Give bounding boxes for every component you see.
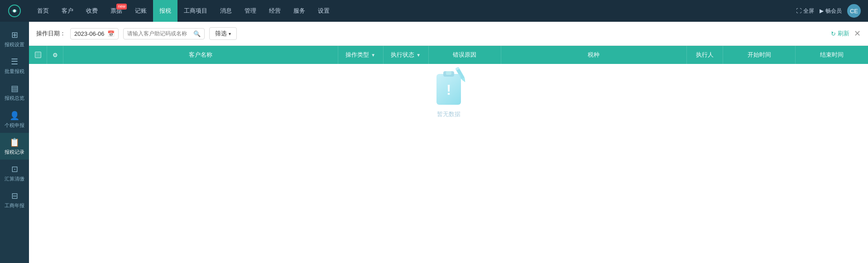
sidebar: ⊞报税设置☰批量报税▤报税总览👤个税申报📋报税记录⊡汇算清缴⊟工商年报 — [0, 22, 29, 263]
th-select-all[interactable] — [29, 46, 47, 64]
th-settings[interactable]: ⚙ — [47, 46, 63, 64]
date-value: 2023-06-06 — [74, 30, 105, 37]
sidebar-label-personal-tax: 个税申报 — [5, 122, 24, 128]
tax-settings-icon: ⊞ — [10, 30, 19, 40]
avatar[interactable]: CE — [847, 4, 861, 18]
sidebar-label-tax-settings: 报税设置 — [5, 42, 24, 48]
empty-svg-illustration: ! — [428, 64, 469, 109]
sidebar-item-personal-tax[interactable]: 👤个税申报 — [0, 106, 29, 133]
th-op-type[interactable]: 操作类型 ▼ — [338, 46, 384, 64]
calendar-icon: 📅 — [107, 30, 115, 37]
select-all-checkbox[interactable] — [35, 52, 41, 58]
app-logo[interactable] — [7, 4, 22, 18]
th-executor: 执行人 — [687, 46, 723, 64]
sidebar-label-annual-report: 工商年报 — [5, 203, 24, 209]
table-container: ⚙ 客户名称 操作类型 ▼ 执行状态 ▼ 错误原因 税种 — [29, 46, 868, 263]
search-input[interactable] — [127, 30, 191, 37]
annual-report-icon: ⊟ — [10, 191, 19, 201]
table-header: ⚙ 客户名称 操作类型 ▼ 执行状态 ▼ 错误原因 税种 — [29, 46, 868, 64]
sidebar-label-tax-overview: 报税总览 — [5, 95, 24, 101]
sidebar-item-tax-settings[interactable]: ⊞报税设置 — [0, 25, 29, 52]
th-executor-label: 执行人 — [696, 51, 714, 59]
play-icon: ▶ — [820, 8, 824, 14]
th-client-name: 客户名称 — [63, 46, 338, 64]
fullscreen-button[interactable]: ⛶ 全屏 — [796, 7, 814, 15]
close-button[interactable]: ✕ — [854, 29, 861, 38]
sidebar-label-tax-record: 报税记录 — [5, 149, 24, 155]
th-status[interactable]: 执行状态 ▼ — [384, 46, 429, 64]
date-picker[interactable]: 2023-06-06 📅 — [70, 28, 119, 39]
chevron-down-icon: ▾ — [229, 31, 231, 36]
tax-record-icon: 📋 — [10, 137, 19, 147]
empty-text: 暂无数据 — [437, 110, 460, 118]
th-client-label: 客户名称 — [189, 51, 212, 59]
nav-item-home[interactable]: 首页 — [31, 0, 55, 22]
th-start-label: 开始时间 — [748, 51, 771, 59]
nav-item-invoice[interactable]: 票据new — [104, 0, 129, 22]
search-box: 🔍 — [123, 28, 205, 39]
toolbar: 操作日期： 2023-06-06 📅 🔍 筛选 ▾ ↻ 刷新 ✕ — [29, 22, 868, 46]
date-label: 操作日期： — [36, 29, 66, 38]
top-navigation: 首页客户收费票据new记账报税工商项目消息管理经营服务设置 ⛶ 全屏 ▶ 畅会员… — [0, 0, 868, 22]
filter-label: 筛选 — [215, 29, 227, 38]
sidebar-label-batch-tax: 批量报税 — [5, 68, 24, 74]
refresh-button[interactable]: ↻ 刷新 — [831, 29, 849, 38]
sidebar-item-tax-record[interactable]: 📋报税记录 — [0, 133, 29, 160]
sort-icon-op-type: ▼ — [371, 53, 375, 58]
batch-tax-icon: ☰ — [10, 57, 19, 67]
empty-illustration: ! — [428, 64, 469, 105]
main-layout: ⊞报税设置☰批量报税▤报税总览👤个税申报📋报税记录⊡汇算清缴⊟工商年报 操作日期… — [0, 22, 868, 263]
svg-text:!: ! — [446, 82, 451, 98]
personal-tax-icon: 👤 — [10, 111, 19, 121]
new-badge: new — [116, 4, 127, 10]
th-error: 错误原因 — [429, 46, 501, 64]
th-op-type-label: 操作类型 — [345, 51, 369, 59]
th-status-label: 执行状态 — [391, 51, 414, 59]
sort-icon-status: ▼ — [416, 53, 421, 58]
refresh-icon: ↻ — [831, 30, 836, 37]
tax-overview-icon: ▤ — [10, 83, 19, 93]
svg-point-1 — [13, 10, 16, 12]
th-start-time: 开始时间 — [723, 46, 796, 64]
nav-item-biz[interactable]: 工商项目 — [177, 0, 214, 22]
search-icon: 🔍 — [193, 30, 201, 37]
nav-item-fee[interactable]: 收费 — [80, 0, 104, 22]
nav-item-operation[interactable]: 经营 — [263, 0, 287, 22]
th-end-time: 结束时间 — [796, 46, 868, 64]
sidebar-label-settlement: 汇算清缴 — [5, 176, 24, 182]
th-tax-label: 税种 — [588, 51, 599, 59]
th-end-label: 结束时间 — [820, 51, 844, 59]
svg-rect-7 — [446, 71, 451, 75]
nav-item-message[interactable]: 消息 — [214, 0, 238, 22]
empty-state: ! 暂无数据 — [29, 64, 868, 118]
nav-right: ⛶ 全屏 ▶ 畅会员 CE — [796, 4, 861, 18]
nav-item-client[interactable]: 客户 — [55, 0, 80, 22]
settlement-icon: ⊡ — [10, 164, 19, 174]
refresh-label: 刷新 — [838, 29, 849, 38]
nav-items: 首页客户收费票据new记账报税工商项目消息管理经营服务设置 — [31, 0, 796, 22]
nav-item-manage[interactable]: 管理 — [238, 0, 263, 22]
fullscreen-icon: ⛶ — [796, 8, 801, 14]
sidebar-item-settlement[interactable]: ⊡汇算清缴 — [0, 160, 29, 186]
sidebar-item-tax-overview[interactable]: ▤报税总览 — [0, 79, 29, 106]
member-button[interactable]: ▶ 畅会员 — [820, 7, 842, 15]
sidebar-item-annual-report[interactable]: ⊟工商年报 — [0, 186, 29, 213]
filter-button[interactable]: 筛选 ▾ — [209, 27, 237, 40]
fullscreen-label: 全屏 — [803, 7, 814, 15]
th-tax: 税种 — [501, 46, 687, 64]
nav-item-service[interactable]: 服务 — [287, 0, 312, 22]
content-area: 操作日期： 2023-06-06 📅 🔍 筛选 ▾ ↻ 刷新 ✕ — [29, 22, 868, 263]
nav-item-tax[interactable]: 报税 — [153, 0, 177, 22]
table-scroll-area: ! 暂无数据 — [29, 64, 868, 263]
nav-item-bookkeeping[interactable]: 记账 — [129, 0, 153, 22]
nav-item-settings[interactable]: 设置 — [312, 0, 336, 22]
member-label: 畅会员 — [825, 7, 842, 15]
sidebar-item-batch-tax[interactable]: ☰批量报税 — [0, 52, 29, 79]
settings-icon: ⚙ — [53, 52, 58, 58]
th-error-label: 错误原因 — [453, 51, 476, 59]
